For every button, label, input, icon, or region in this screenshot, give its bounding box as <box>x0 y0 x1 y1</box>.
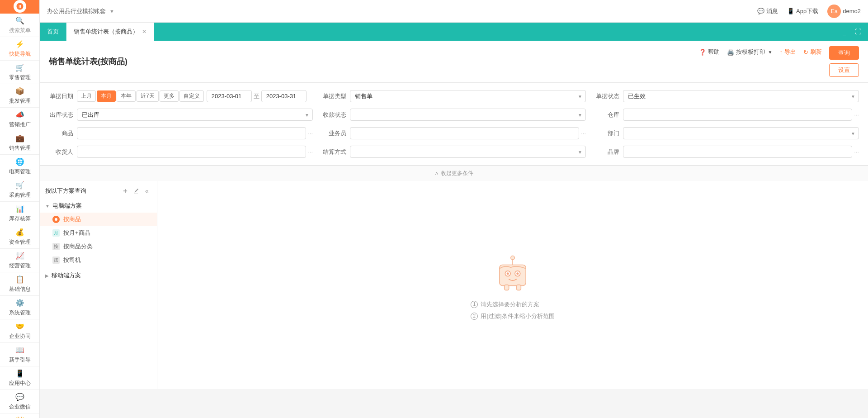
scheme-group-mobile-header[interactable]: ▶ 移动端方案 <box>40 269 157 282</box>
receipt-status-select[interactable] <box>350 109 586 121</box>
sidebar-item-marketing[interactable]: 📣 营销推广 <box>0 108 39 131</box>
brand-input[interactable] <box>623 146 852 158</box>
tip-num-2: 2 <box>471 313 478 320</box>
warehouse-more-icon[interactable]: ··· <box>854 111 859 118</box>
sidebar-item-retail[interactable]: 🛒 零售管理 <box>0 61 39 84</box>
sidebar-item-guide[interactable]: 📖 新手引导 <box>0 343 39 366</box>
receiver-input[interactable] <box>77 146 306 158</box>
scheme-collapse-button[interactable]: « <box>142 186 151 195</box>
marketing-icon: 📣 <box>15 110 24 120</box>
sidebar-item-ecommerce[interactable]: 🌐 电商管理 <box>0 155 39 178</box>
brand-more-icon[interactable]: ··· <box>854 148 859 155</box>
sidebar-item-wecom[interactable]: 💬 企业微信 <box>0 390 39 413</box>
sidebar-item-wholesale[interactable]: 📦 批发管理 <box>0 84 39 108</box>
empty-tips: 1 请先选择要分析的方案 2 用[过滤]条件来缩小分析范围 <box>471 299 554 322</box>
brand-label: 品牌 <box>595 148 619 156</box>
filter-settlement: 结算方式 <box>322 146 586 158</box>
collapse-conditions-button[interactable]: ∧ 收起更多条件 <box>40 166 868 181</box>
scheme-add-button[interactable] <box>121 186 130 195</box>
sidebar-item-sales[interactable]: 💼 销售管理 <box>0 131 39 155</box>
scheme-item-by-goods[interactable]: 按商品 <box>40 213 157 226</box>
active-dot-icon <box>52 216 60 223</box>
member-icon: 👑 <box>15 416 24 418</box>
filter-row-2: 出库状态 已出库 收款状态 仓库 <box>49 109 859 121</box>
sidebar-item-app-center[interactable]: 📱 应用中心 <box>0 366 39 390</box>
refresh-button[interactable]: ↻ 刷新 <box>803 48 822 56</box>
doc-status-select[interactable]: 已生效 <box>623 90 859 102</box>
filter-receipt-status: 收款状态 <box>322 109 586 121</box>
tab-close-icon[interactable]: ✕ <box>142 28 146 35</box>
settlement-label: 结算方式 <box>322 148 346 156</box>
sidebar-item-quick-nav[interactable]: ⚡ 快捷导航 <box>0 37 39 61</box>
filter-warehouse: 仓库 ··· <box>595 109 859 121</box>
tab-sales-stat[interactable]: 销售单统计表（按商品） ✕ <box>66 23 154 41</box>
date-btn-more[interactable]: 更多 <box>160 90 179 102</box>
doc-type-select[interactable]: 销售单 <box>350 90 586 102</box>
goods-input[interactable] <box>77 127 306 139</box>
scheme-edit-button[interactable] <box>132 186 141 195</box>
user-profile[interactable]: Ea demo2 <box>827 5 861 18</box>
receipt-status-select-wrapper <box>350 109 586 121</box>
sidebar-item-system[interactable]: ⚙️ 系统管理 <box>0 296 39 319</box>
search-icon: 🔍 <box>15 16 24 26</box>
date-btn-custom[interactable]: 自定义 <box>179 90 204 102</box>
finance-icon: 💰 <box>15 228 24 238</box>
scheme-group-desktop-header[interactable]: ▼ 电脑端方案 <box>40 199 157 213</box>
tab-home[interactable]: 首页 <box>40 23 66 41</box>
export-button[interactable]: ↑ 导出 <box>780 48 797 56</box>
scheme-item-by-month-goods[interactable]: 月 按月+商品 <box>40 226 157 240</box>
settings-button[interactable]: 设置 <box>829 63 859 77</box>
purchase-icon: 🛒 <box>15 180 24 190</box>
sidebar-item-member[interactable]: 👑 畅会员 <box>0 413 39 418</box>
out-status-label: 出库状态 <box>49 111 73 119</box>
sidebar-item-enterprise[interactable]: 🤝 企业协同 <box>0 319 39 343</box>
warehouse-input[interactable] <box>623 109 852 121</box>
print-dropdown-icon[interactable]: ▼ <box>768 50 773 55</box>
basic-icon: 📋 <box>15 275 24 285</box>
sidebar-item-finance[interactable]: 💰 资金管理 <box>0 225 39 249</box>
date-from-input[interactable] <box>207 90 252 102</box>
department-select[interactable] <box>623 127 859 139</box>
filter-doc-status: 单据状态 已生效 <box>595 90 859 102</box>
tab-maximize-icon[interactable]: ⛶ <box>853 26 863 37</box>
receiver-more-icon[interactable]: ··· <box>308 148 313 155</box>
date-btn-this-month[interactable]: 本月 <box>97 90 116 102</box>
scheme-item-by-clerk[interactable]: 按 按司机 <box>40 253 157 267</box>
date-btn-this-year[interactable]: 本年 <box>117 90 136 102</box>
operations-icon: 📈 <box>15 251 24 261</box>
scheme-group-desktop: ▼ 电脑端方案 按商品 月 按月+商品 按 <box>40 199 157 267</box>
inventory-icon: 📊 <box>15 204 24 214</box>
sidebar-item-search-menu[interactable]: 🔍 搜索菜单 <box>0 14 39 37</box>
scheme-item-by-goods-category[interactable]: 按 按商品分类 <box>40 240 157 253</box>
date-to-input[interactable] <box>261 90 307 102</box>
tab-minimize-icon[interactable]: _ <box>839 26 850 37</box>
filter-department: 部门 <box>595 127 859 139</box>
split-layout: 按以下方案查询 « ▼ 电脑端方案 <box>40 181 868 389</box>
filter-row-4: 收货人 ··· 结算方式 品牌 <box>49 146 859 158</box>
settlement-select[interactable] <box>350 146 586 158</box>
date-btn-last-month[interactable]: 上月 <box>77 90 96 102</box>
sales-icon: 💼 <box>15 133 24 143</box>
goods-more-icon[interactable]: ··· <box>308 130 313 137</box>
filter-salesperson: 业务员 ··· <box>322 127 586 139</box>
doc-type-label: 单据类型 <box>322 92 346 100</box>
svg-point-4 <box>516 272 519 275</box>
sidebar-item-operations[interactable]: 📈 经营管理 <box>0 249 39 272</box>
filter-panel: 单据日期 上月 本月 本年 近7天 更多 自定义 至 <box>40 83 868 166</box>
filter-row-1: 单据日期 上月 本月 本年 近7天 更多 自定义 至 <box>49 90 859 102</box>
sidebar-item-purchase[interactable]: 🛒 采购管理 <box>0 178 39 202</box>
message-button[interactable]: 💬 消息 <box>757 7 778 15</box>
salesperson-more-icon[interactable]: ··· <box>581 130 586 137</box>
help-button[interactable]: ❓ 帮助 <box>699 48 720 56</box>
out-status-select-wrapper: 已出库 <box>77 109 313 121</box>
industry-dropdown-icon[interactable]: ▼ <box>109 9 114 14</box>
sidebar-item-inventory[interactable]: 📊 库存核算 <box>0 202 39 225</box>
query-button[interactable]: 查询 <box>829 46 859 60</box>
app-download-button[interactable]: 📱 App下载 <box>787 7 818 15</box>
svg-point-3 <box>507 272 509 275</box>
date-btn-7days[interactable]: 近7天 <box>137 90 159 102</box>
salesperson-input[interactable] <box>350 127 579 139</box>
sidebar-item-basic[interactable]: 📋 基础信息 <box>0 272 39 296</box>
out-status-select[interactable]: 已出库 <box>77 109 313 121</box>
print-button[interactable]: 🖨️ 按模板打印 ▼ <box>727 48 773 56</box>
